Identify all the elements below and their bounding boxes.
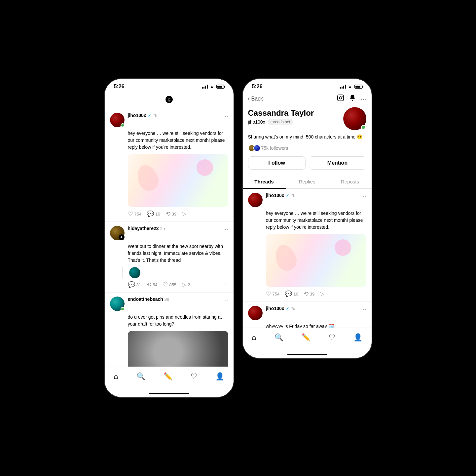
profile-handle-row: jiho100x threads.net: [248, 119, 314, 125]
more-icon-1[interactable]: ···: [223, 113, 228, 120]
online-dot-3: [121, 307, 125, 311]
comment-btn-1[interactable]: 💬 16: [147, 210, 160, 218]
profile-tabs: Threads Replies Reposts: [243, 175, 372, 189]
home-indicator-1: [149, 393, 189, 394]
profile-post-meta-2: jiho100x ✓ 2d: [266, 306, 358, 311]
avatar-wrap-1: [110, 113, 125, 127]
post-time-3: 3h: [165, 297, 169, 302]
instagram-icon[interactable]: [337, 94, 344, 103]
plus-btn-2[interactable]: +: [119, 234, 125, 240]
post-content-1: hey everyone … we're still seeking vendo…: [128, 130, 228, 151]
share-btn-1[interactable]: ▷: [182, 210, 186, 218]
profile-like-btn-1[interactable]: ♡ 754: [266, 290, 280, 298]
more-icon-2b[interactable]: ···: [223, 281, 228, 288]
status-icons-1: ▲: [202, 84, 224, 89]
nav-home-2[interactable]: ⌂: [246, 332, 261, 343]
profile-post-username-1[interactable]: jiho100x: [266, 193, 284, 198]
profile-share-icon-1: ▷: [320, 290, 324, 298]
heart-icon-1: ♡: [128, 210, 133, 218]
profile-post-content-2: whyyyyy is Friday so far away 🗓️: [266, 323, 366, 328]
username-2[interactable]: hidayathere22: [128, 226, 159, 231]
profile-comment-btn-1[interactable]: 💬 16: [285, 290, 298, 298]
profile-like-count-1: 754: [273, 292, 280, 297]
nav-profile-1[interactable]: 👤: [210, 371, 230, 382]
post-time-2: 2h: [160, 226, 165, 231]
phone-profile: 5:26 ▲ ‹ Bac: [243, 79, 372, 358]
post-user-line-3: endoatthebeach 3h: [128, 297, 220, 302]
header-actions: ···: [337, 94, 366, 103]
nav-likes-2[interactable]: ♡: [323, 332, 341, 343]
profile-post-avatar-wrap-2: [248, 306, 263, 320]
profile-post-avatar-2[interactable]: [248, 306, 263, 320]
feed-post-1: jiho100x ✓ 2h ··· hey everyone … we're s…: [105, 109, 234, 222]
nav-profile-2[interactable]: 👤: [348, 332, 368, 343]
home-indicator-2: [287, 354, 327, 355]
profile-share-btn-1[interactable]: ▷: [320, 290, 324, 298]
profile-post-2: jiho100x ✓ 2d ··· whyyyyy is Friday so f…: [243, 302, 372, 328]
username-1[interactable]: jiho100x: [128, 113, 146, 118]
profile-more-icon-2[interactable]: ···: [361, 306, 366, 313]
profile-post-time-2: 2d: [291, 306, 295, 311]
bottom-nav-1: ⌂ 🔍 ✏️ ♡ 👤: [105, 367, 234, 391]
follower-avatar-2: [253, 144, 261, 152]
more-icon-3[interactable]: ···: [223, 297, 228, 303]
nav-compose-1[interactable]: ✏️: [158, 371, 178, 382]
repost-icon-1: ⟲: [165, 210, 170, 218]
tab-reposts[interactable]: Reposts: [329, 175, 372, 188]
like-btn-2[interactable]: ♡ 855: [163, 281, 176, 288]
profile-post-avatar-wrap-1: [248, 193, 263, 207]
svg-rect-0: [338, 95, 344, 101]
share-btn-2[interactable]: ▷ 2: [182, 281, 190, 288]
nav-likes-1[interactable]: ♡: [185, 371, 202, 382]
profile-post-1: jiho100x ✓ 2h ··· hey everyone … we're s…: [243, 189, 372, 302]
online-dot-1: [121, 123, 125, 127]
profile-more-icon-1[interactable]: ···: [361, 193, 366, 200]
profile-post-image-1: [266, 234, 366, 287]
feed-scroll[interactable]: jiho100x ✓ 2h ··· hey everyone … we're s…: [105, 109, 234, 367]
profile-name: Cassandra Taylor: [248, 108, 314, 118]
signal-icon-1: [202, 85, 208, 89]
svg-point-1: [339, 97, 342, 99]
profile-post-username-2[interactable]: jiho100x: [266, 306, 284, 311]
comment-icon-1: 💬: [147, 210, 154, 218]
tab-replies[interactable]: Replies: [286, 175, 329, 188]
more-icon-2[interactable]: ···: [223, 226, 228, 233]
share-icon-1: ▷: [182, 210, 186, 218]
comment-btn-2[interactable]: 💬 31: [128, 281, 141, 288]
tab-threads[interactable]: Threads: [243, 175, 286, 188]
repost-btn-2[interactable]: ⟲ 54: [146, 281, 157, 288]
nav-search-2[interactable]: 🔍: [269, 332, 289, 343]
verified-badge-p1: ✓: [286, 193, 289, 198]
like-count-2: 855: [169, 282, 176, 287]
profile-feed[interactable]: jiho100x ✓ 2h ··· hey everyone … we're s…: [243, 189, 372, 328]
moon-image: 🔇: [128, 331, 228, 367]
nav-compose-2[interactable]: ✏️: [296, 332, 316, 343]
scene: 5:26 ▲: [92, 66, 385, 410]
nav-home-1[interactable]: ⌂: [108, 371, 123, 382]
post-meta-2: hidayathere22 2h: [128, 226, 220, 231]
profile-post-avatar-1[interactable]: [248, 193, 263, 207]
comment-count-1: 16: [155, 212, 160, 217]
svg-point-2: [342, 96, 343, 97]
username-3[interactable]: endoatthebeach: [128, 297, 163, 302]
profile-repost-btn-1[interactable]: ⟲ 39: [304, 290, 314, 298]
profile-avatar-wrap: [343, 107, 366, 130]
back-button[interactable]: ‹ Back: [248, 95, 263, 102]
follow-button[interactable]: Follow: [248, 156, 306, 170]
profile-handle: jiho100x: [248, 119, 265, 125]
nav-search-1[interactable]: 🔍: [131, 371, 151, 382]
like-btn-1[interactable]: ♡ 754: [128, 210, 142, 218]
profile-buttons: Follow Mention: [248, 156, 366, 170]
thread-line: [122, 267, 123, 278]
wifi-icon-2: ▲: [348, 84, 352, 89]
mention-button[interactable]: Mention: [309, 156, 366, 170]
feed-post-3: endoatthebeach 3h ··· do u ever get pins…: [105, 293, 234, 367]
profile-repost-count-1: 39: [310, 292, 314, 297]
notifications-icon[interactable]: [349, 94, 356, 103]
more-options-icon[interactable]: ···: [361, 95, 366, 102]
comment-icon-2: 💬: [128, 281, 135, 288]
avatar-wrap-3: [110, 297, 125, 311]
battery-icon-1: [216, 85, 224, 89]
repost-btn-1[interactable]: ⟲ 39: [165, 210, 176, 218]
like-count-1: 754: [134, 212, 142, 217]
